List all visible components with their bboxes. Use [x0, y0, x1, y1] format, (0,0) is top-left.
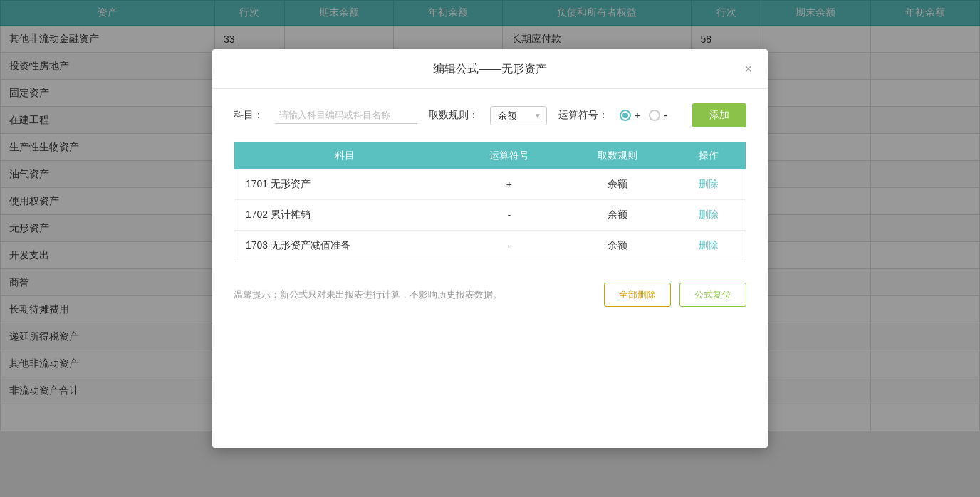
footer-hint: 温馨提示：新公式只对未出报表进行计算，不影响历史报表数据。 — [234, 288, 502, 301]
operator-radio-group: + - — [620, 110, 667, 121]
data-table-subject-cell: 1703 无形资产减值准备 — [234, 231, 455, 261]
data-table-header-cell: 操作 — [672, 142, 746, 170]
data-table-header-cell: 科目 — [234, 142, 455, 170]
footer-buttons: 全部删除 公式复位 — [604, 283, 746, 307]
operator-label: 运算符号： — [558, 109, 608, 122]
modal-header: 编辑公式——无形资产 × — [212, 49, 768, 89]
modal-overlay: 编辑公式——无形资产 × 科目： 取数规则： 余额 借方 贷方 发生额 ▼ 运算… — [0, 0, 980, 497]
modal-dialog: 编辑公式——无形资产 × 科目： 取数规则： 余额 借方 贷方 发生额 ▼ 运算… — [212, 49, 768, 448]
data-table-action-cell: 删除 — [672, 200, 746, 231]
operator-plus-label: + — [635, 110, 640, 121]
data-table-subject-cell: 1702 累计摊销 — [234, 200, 455, 231]
rule-select[interactable]: 余额 借方 贷方 发生额 — [490, 106, 547, 125]
subject-input[interactable] — [275, 107, 417, 124]
data-table-header-cell: 运算符号 — [455, 142, 563, 170]
data-table-header-cell: 取数规则 — [563, 142, 672, 170]
data-table-rule-cell: 余额 — [563, 200, 672, 231]
delete-row-button[interactable]: 删除 — [699, 209, 719, 221]
data-table-rule-cell: 余额 — [563, 231, 672, 261]
rule-label: 取数规则： — [429, 109, 479, 122]
radio-minus-circle — [649, 110, 660, 121]
delete-all-button[interactable]: 全部删除 — [604, 283, 671, 307]
modal-close-button[interactable]: × — [741, 60, 755, 78]
data-table-wrapper: 科目运算符号取数规则操作 1701 无形资产+余额删除1702 累计摊销-余额删… — [212, 142, 768, 261]
delete-row-button[interactable]: 删除 — [699, 239, 719, 252]
data-table-action-cell: 删除 — [672, 169, 746, 200]
operator-minus-radio[interactable]: - — [649, 110, 667, 121]
add-button[interactable]: 添加 — [692, 103, 746, 127]
data-table-operator-cell: - — [455, 200, 563, 231]
data-table-operator-cell: - — [455, 231, 563, 261]
data-table: 科目运算符号取数规则操作 1701 无形资产+余额删除1702 累计摊销-余额删… — [234, 142, 746, 261]
radio-plus-circle — [620, 110, 631, 121]
delete-row-button[interactable]: 删除 — [699, 178, 719, 191]
rule-select-wrapper[interactable]: 余额 借方 贷方 发生额 ▼ — [490, 106, 547, 125]
data-table-action-cell: 删除 — [672, 231, 746, 261]
subject-label: 科目： — [234, 109, 264, 122]
operator-plus-radio[interactable]: + — [620, 110, 640, 121]
data-table-rule-cell: 余额 — [563, 169, 672, 200]
data-table-row: 1703 无形资产减值准备-余额删除 — [234, 231, 746, 261]
data-table-row: 1702 累计摊销-余额删除 — [234, 200, 746, 231]
data-table-operator-cell: + — [455, 169, 563, 200]
operator-minus-label: - — [664, 110, 667, 121]
data-table-row: 1701 无形资产+余额删除 — [234, 169, 746, 200]
data-table-subject-cell: 1701 无形资产 — [234, 169, 455, 200]
modal-title: 编辑公式——无形资产 — [433, 63, 547, 75]
reset-button[interactable]: 公式复位 — [679, 283, 746, 307]
modal-footer: 温馨提示：新公式只对未出报表进行计算，不影响历史报表数据。 全部删除 公式复位 — [212, 276, 768, 314]
form-row: 科目： 取数规则： 余额 借方 贷方 发生额 ▼ 运算符号： + — [212, 89, 768, 142]
